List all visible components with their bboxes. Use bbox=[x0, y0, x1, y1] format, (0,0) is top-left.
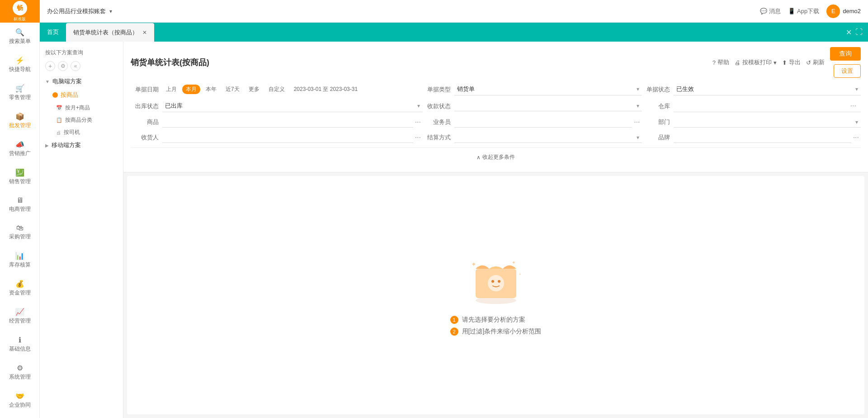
empty-illustration: ✦ ✦ ✦ bbox=[467, 255, 525, 305]
salesperson-label: 业务员 bbox=[423, 118, 454, 126]
tab-expand-action[interactable]: ⛶ bbox=[855, 28, 863, 36]
username: demo2 bbox=[843, 8, 861, 14]
filter-salesperson: 业务员 ··· bbox=[423, 117, 642, 128]
add-scheme-button[interactable]: + bbox=[45, 61, 55, 71]
doc-type-select[interactable]: 销货单 ▾ bbox=[454, 83, 642, 95]
date-tab-custom[interactable]: 自定义 bbox=[265, 85, 288, 94]
sidebar-item-marketing[interactable]: 📣 营销推广 bbox=[0, 135, 39, 163]
sidebar-item-operations[interactable]: 📈 经营管理 bbox=[0, 302, 39, 330]
app-download-button[interactable]: 📱 App下载 bbox=[788, 7, 819, 15]
date-tab-last-month[interactable]: 上月 bbox=[162, 85, 180, 94]
scheme-group-desktop-header[interactable]: ▼ 电脑端方案 bbox=[40, 75, 123, 88]
receiver-more-icon[interactable]: ··· bbox=[413, 133, 423, 142]
filter-area: 销货单统计表(按商品) ? 帮助 🖨 按模板打印 ▾ ⬆ bbox=[123, 42, 868, 172]
salesperson-more-icon[interactable]: ··· bbox=[632, 118, 642, 126]
goods-more-icon[interactable]: ··· bbox=[413, 118, 423, 126]
doc-status-select[interactable]: 已生效 ▾ bbox=[674, 83, 861, 95]
date-tab-7days[interactable]: 近7天 bbox=[222, 85, 243, 94]
marketing-icon: 📣 bbox=[0, 140, 39, 149]
goods-input[interactable] bbox=[162, 117, 413, 128]
tab-home[interactable]: 首页 bbox=[40, 23, 66, 42]
quick-nav-icon: ⚡ bbox=[0, 56, 39, 65]
export-button[interactable]: ⬆ 导出 bbox=[782, 58, 801, 66]
sidebar-item-finance[interactable]: 💰 资金管理 bbox=[0, 274, 39, 302]
arrow-down-icon: ▼ bbox=[45, 79, 50, 84]
date-range-display: 2023-03-01 至 2023-03-31 bbox=[294, 86, 358, 93]
salesperson-input[interactable] bbox=[454, 117, 632, 128]
tab-actions: ✕ ⛶ bbox=[840, 28, 868, 37]
sidebar-item-search[interactable]: 🔍 搜索菜单 bbox=[0, 23, 39, 51]
empty-step-1: 1 请先选择要分析的方案 bbox=[450, 316, 525, 324]
left-panel-title: 按以下方案查询 bbox=[45, 49, 83, 57]
tab-sales-stat[interactable]: 销货单统计表（按商品） ✕ bbox=[66, 23, 154, 42]
sidebar-item-inventory[interactable]: 📊 库存核算 bbox=[0, 246, 39, 274]
scheme-group-mobile-header[interactable]: ▶ 移动端方案 bbox=[40, 138, 123, 152]
payment-method-select[interactable]: ▾ bbox=[454, 132, 642, 143]
settings-button[interactable]: 设置 bbox=[834, 64, 861, 78]
sidebar-item-sales[interactable]: 💹 销售管理 bbox=[0, 163, 39, 191]
scheme-item-by-goods[interactable]: 按商品 bbox=[40, 88, 123, 102]
topbar-dropdown[interactable]: ▾ bbox=[109, 8, 112, 14]
sidebar-item-system[interactable]: ⚙ 系统管理 bbox=[0, 358, 39, 386]
date-filter-control: 上月 本月 本年 近7天 更多 自定义 2023-03-01 至 2023-03… bbox=[162, 85, 423, 94]
print-button[interactable]: 🖨 按模板打印 ▾ bbox=[735, 58, 777, 66]
main-area: 办公用品行业模拟账套 ▾ 💬 消息 📱 App下载 E demo2 首页 销货单… bbox=[40, 0, 868, 418]
settings-scheme-button[interactable]: ⚙ bbox=[58, 61, 68, 71]
tab-close-icon[interactable]: ✕ bbox=[142, 29, 147, 36]
topbar-left: 办公用品行业模拟账套 ▾ bbox=[47, 7, 112, 15]
sub-item-icon-driver: 🖨 bbox=[56, 130, 61, 135]
refresh-button[interactable]: ↺ 刷新 bbox=[806, 58, 825, 66]
sidebar-item-enterprise[interactable]: 🤝 企业协同 bbox=[0, 386, 39, 414]
collapse-row: ∧ 收起更多条件 bbox=[131, 147, 861, 166]
sidebar-item-base[interactable]: ℹ 基础信息 bbox=[0, 330, 39, 358]
sidebar-menu: 🔍 搜索菜单 ⚡ 快捷导航 🛒 零售管理 📦 批发管理 📣 营销推广 💹 销售管… bbox=[0, 23, 39, 418]
ecommerce-icon: 🖥 bbox=[0, 196, 39, 204]
retail-icon: 🛒 bbox=[0, 84, 39, 93]
brand-more-icon[interactable]: ··· bbox=[851, 133, 861, 142]
svg-text:✦: ✦ bbox=[512, 260, 515, 265]
out-status-select[interactable]: 已出库 ▾ bbox=[162, 100, 423, 112]
scheme-sub-item-label-2: 按商品分类 bbox=[65, 116, 92, 124]
department-label: 部门 bbox=[642, 118, 674, 126]
scheme-item-by-driver[interactable]: 🖨 按司机 bbox=[40, 126, 123, 138]
date-tab-this-year[interactable]: 本年 bbox=[202, 85, 220, 94]
date-tab-this-month[interactable]: 本月 bbox=[182, 85, 200, 94]
payment-method-label: 结算方式 bbox=[423, 133, 454, 142]
receipt-status-select[interactable]: ▾ bbox=[454, 101, 642, 111]
app-icon: 📱 bbox=[788, 8, 795, 14]
doc-type-label: 单据类型 bbox=[423, 86, 454, 94]
message-icon: 💬 bbox=[760, 8, 767, 14]
date-tab-more[interactable]: 更多 bbox=[245, 85, 263, 94]
sidebar-item-newbie[interactable]: 🎓 新手引导 bbox=[0, 414, 39, 418]
sidebar-item-retail[interactable]: 🛒 零售管理 bbox=[0, 79, 39, 107]
sidebar-item-wholesale[interactable]: 📦 批发管理 bbox=[0, 107, 39, 135]
warehouse-more-icon[interactable]: ··· bbox=[849, 102, 858, 110]
brand-input[interactable] bbox=[674, 132, 851, 143]
query-button[interactable]: 查询 bbox=[830, 47, 861, 61]
date-tabs: 上月 本月 本年 近7天 更多 自定义 bbox=[162, 85, 288, 94]
tab-close-action[interactable]: ✕ bbox=[846, 28, 852, 37]
user-area[interactable]: E demo2 bbox=[826, 5, 861, 18]
filter-row-3: 商品 ··· 业务员 ··· 部门 ▾ bbox=[131, 117, 861, 128]
department-select[interactable]: ▾ bbox=[674, 117, 861, 128]
operations-icon: 📈 bbox=[0, 308, 39, 316]
help-button[interactable]: ? 帮助 bbox=[712, 58, 729, 66]
empty-step-2-label: 用[过滤]条件来缩小分析范围 bbox=[462, 328, 542, 336]
help-icon: ? bbox=[712, 59, 716, 66]
sidebar-item-purchase[interactable]: 🛍 采购管理 bbox=[0, 218, 39, 246]
topbar-title: 办公用品行业模拟账套 bbox=[47, 7, 106, 15]
scheme-item-by-month-goods[interactable]: 📅 按月+商品 bbox=[40, 102, 123, 114]
collapse-button[interactable]: ∧ 收起更多条件 bbox=[131, 151, 861, 164]
receiver-label: 收货人 bbox=[131, 133, 162, 142]
sidebar-item-ecommerce[interactable]: 🖥 电商管理 bbox=[0, 191, 39, 218]
collapse-panel-button[interactable]: « bbox=[71, 61, 80, 71]
receiver-input[interactable] bbox=[162, 132, 413, 143]
sidebar-item-quick-nav[interactable]: ⚡ 快捷导航 bbox=[0, 51, 39, 79]
filter-doc-type: 单据类型 销货单 ▾ bbox=[423, 83, 642, 95]
warehouse-select[interactable]: ··· bbox=[674, 100, 861, 112]
scheme-item-label: 按商品 bbox=[61, 91, 78, 99]
tab-bar: 首页 销货单统计表（按商品） ✕ ✕ ⛶ bbox=[40, 23, 868, 42]
filter-payment-method: 结算方式 ▾ bbox=[423, 132, 642, 143]
scheme-item-by-category[interactable]: 📋 按商品分类 bbox=[40, 114, 123, 126]
message-button[interactable]: 💬 消息 bbox=[760, 7, 781, 15]
